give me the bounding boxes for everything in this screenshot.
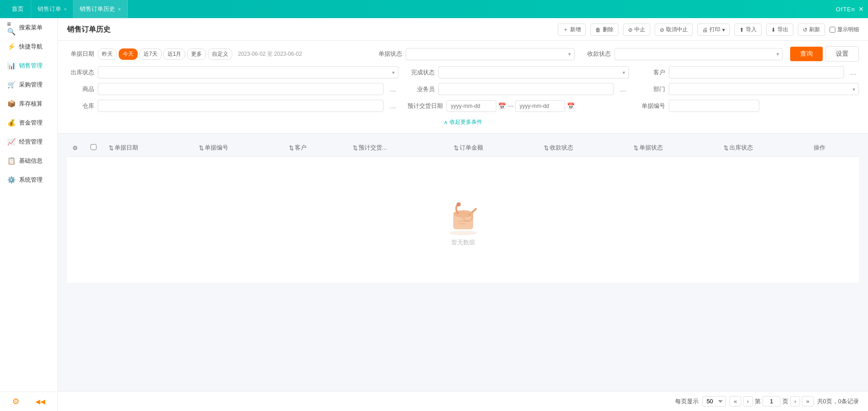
date-btn-1month[interactable]: 近1月 [163,48,186,60]
salesperson-input[interactable] [438,83,614,95]
brand-text: OfTEn [836,6,855,13]
date-btn-today[interactable]: 今天 [119,48,138,60]
tab-home[interactable]: 首页 [5,0,31,18]
sidebar-item-system[interactable]: ⚙️ 系统管理 [0,170,58,189]
th-out-status[interactable]: ⇅ 出库状态 [718,139,808,157]
product-input[interactable] [98,83,384,95]
pay-status-select[interactable] [614,48,783,60]
add-button[interactable]: ＋ 新增 [558,24,586,36]
doc-status-select-wrapper: ▾ [406,48,574,60]
display-detail-checkbox[interactable] [830,27,835,33]
tab-sales-order-label: 销售订单 [38,5,61,13]
filter-doc-no: 单据编号 [638,100,859,112]
expected-date-from[interactable] [446,100,496,112]
prev-page-button[interactable]: ‹ [743,396,753,406]
th-date[interactable]: ⇅ 单据日期 [103,139,193,157]
settings-bottom-icon[interactable]: ⚙ [12,396,19,406]
settings-button[interactable]: 设置 [825,46,859,62]
dept-label: 部门 [638,85,665,93]
cal-from-icon[interactable]: 📅 [498,102,506,110]
salesperson-ellipsis[interactable]: ... [617,85,628,93]
next-page-button[interactable]: › [790,396,800,406]
toolbar: ＋ 新增 🗑 删除 ⊘ 中止 ⊘ 取消中止 [558,24,859,36]
complete-status-select[interactable] [438,66,628,78]
page-number-input[interactable] [762,396,781,406]
doc-status-select[interactable] [406,48,574,60]
delete-button[interactable]: 🗑 删除 [590,24,619,36]
doc-no-input[interactable] [669,100,759,112]
display-detail-label: 显示明细 [837,26,859,34]
customer-ellipsis[interactable]: ... [848,68,859,77]
th-date-sort-icon: ⇅ [109,145,114,151]
refresh-button[interactable]: ↺ 刷新 [798,24,825,36]
data-table: ⚙ ⇅ 单据日期 ⇅ [67,139,859,283]
tab-sales-order-history-close[interactable]: × [118,6,120,12]
sidebar-item-search-menu[interactable]: ≡🔍 搜索菜单 [0,18,58,37]
date-range-text: 2023-06-02 至 2023-06-02 [238,50,302,58]
product-ellipsis[interactable]: ... [387,85,398,93]
finance-icon: 💰 [7,119,15,127]
last-page-button[interactable]: » [802,396,813,406]
table-header-row: ⚙ ⇅ 单据日期 ⇅ [67,139,859,157]
sidebar-item-operation[interactable]: 📈 经营管理 [0,132,58,151]
sidebar-item-sales-mgmt[interactable]: 📊 销售管理 [0,56,58,75]
cancel-stop-button[interactable]: ⊘ 取消中止 [655,24,693,36]
stop-button[interactable]: ⊘ 中止 [623,24,650,36]
dept-select-wrapper: ▾ [669,83,859,95]
select-all-checkbox[interactable] [91,144,96,150]
salesperson-label: 业务员 [408,85,435,93]
dept-select[interactable] [669,83,859,95]
th-expected-delivery[interactable]: ⇅ 预计交货... [347,139,448,157]
page-size-select[interactable]: 50 10 20 100 [702,396,726,406]
export-button[interactable]: ⬇ 导出 [766,24,793,36]
th-doc-no[interactable]: ⇅ 单据编号 [193,139,283,157]
tab-sales-order[interactable]: 销售订单 × [31,0,73,18]
query-button[interactable]: 查询 [790,47,823,61]
out-status-select[interactable] [98,66,398,78]
sidebar-item-purchase-mgmt[interactable]: 🛒 采购管理 [0,75,58,94]
customer-input[interactable] [669,66,844,78]
sidebar-item-finance-label: 资金管理 [19,119,43,127]
th-order-amount[interactable]: ⇅ 订单金额 [448,139,538,157]
date-btn-more[interactable]: 更多 [187,48,206,60]
expected-date-to[interactable] [515,100,565,112]
th-doc-status-sort-icon: ⇅ [633,145,638,151]
content-area: 销售订单历史 ＋ 新增 🗑 删除 ⊘ 中止 ⊘ [58,18,868,411]
th-customer[interactable]: ⇅ 客户 [283,139,347,157]
table-settings-icon[interactable]: ⚙ [72,145,78,151]
filter-expected-date: 预计交货日期 📅 — 📅 [408,100,628,112]
collapse-label: 收起更多条件 [450,118,482,126]
date-btn-yesterday[interactable]: 昨天 [98,48,117,60]
main-layout: ≡🔍 搜索菜单 ⚡ 快捷导航 📊 销售管理 🛒 采购管理 📦 库存核算 💰 资金… [0,18,868,411]
sidebar-item-inventory[interactable]: 📦 库存核算 [0,94,58,113]
tab-sales-order-close[interactable]: × [64,6,67,12]
empty-row: 暂无数据 [67,157,859,283]
cal-to-icon[interactable]: 📅 [567,102,575,110]
warehouse-ellipsis[interactable]: ... [387,102,398,110]
th-doc-status[interactable]: ⇅ 单据状态 [628,139,718,157]
sidebar-item-basic-info[interactable]: 📋 基础信息 [0,151,58,170]
sidebar-item-inventory-label: 库存核算 [19,100,43,108]
date-btn-custom[interactable]: 自定义 [208,48,232,60]
first-page-button[interactable]: « [729,396,741,406]
sidebar-item-finance[interactable]: 💰 资金管理 [0,113,58,132]
sidebar-item-quick-nav-label: 快捷导航 [19,43,43,51]
sidebar-item-purchase-mgmt-label: 采购管理 [19,81,43,89]
print-button[interactable]: 🖨 打印 ▾ [697,24,730,36]
page-title: 销售订单历史 [67,25,110,34]
th-pay-status[interactable]: ⇅ 收款状态 [538,139,628,157]
collapse-icon[interactable]: ◀◀ [35,398,45,405]
sidebar-item-quick-nav[interactable]: ⚡ 快捷导航 [0,37,58,56]
date-range-control: 昨天 今天 近7天 近1月 更多 自定义 2023-06-02 至 2023-0… [98,48,366,60]
filter-row-4: 仓库 ... 预计交货日期 📅 — 📅 [67,100,859,112]
expected-date-group: 📅 — 📅 [446,100,575,112]
tab-sales-order-history[interactable]: 销售订单历史 × [73,0,127,18]
window-close-icon[interactable]: × [858,5,863,14]
table-settings-th[interactable]: ⚙ [67,139,85,157]
empty-state: 暂无数据 [67,157,859,283]
date-btn-7days[interactable]: 近7天 [139,48,162,60]
warehouse-input[interactable] [98,100,384,112]
import-button[interactable]: ⬆ 导入 [734,24,762,36]
filter-dept: 部门 ▾ [638,83,859,95]
collapse-row[interactable]: ∧ 收起更多条件 [67,116,859,128]
